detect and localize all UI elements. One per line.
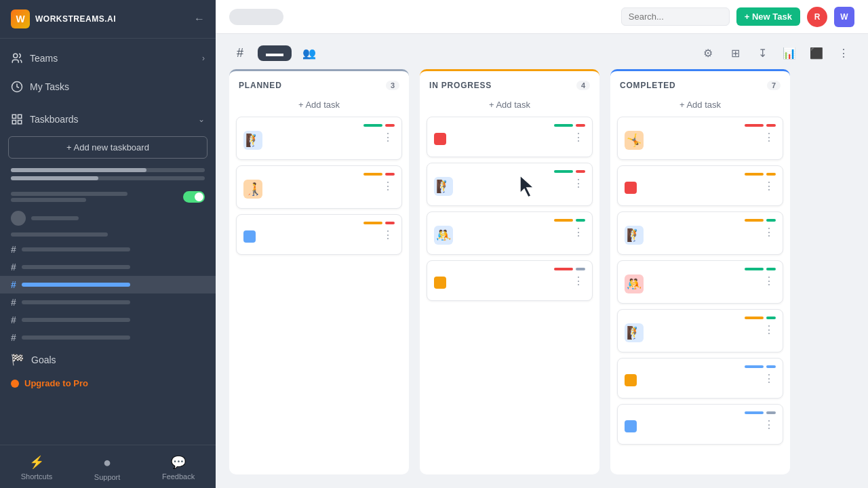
tag-gray: [576, 268, 585, 270]
toggle-switch[interactable]: [183, 191, 205, 203]
card-menu-button[interactable]: ⋮: [381, 228, 395, 241]
card-tags: [434, 268, 585, 270]
my-tasks-label: My Tasks: [30, 81, 69, 92]
svg-rect-4: [18, 121, 22, 124]
tag-red: [576, 170, 585, 173]
search-input[interactable]: [621, 7, 730, 26]
card-menu-button[interactable]: ⋮: [762, 372, 776, 385]
shortcuts-nav-item[interactable]: ⚡ Shortcuts: [16, 452, 58, 484]
card-menu-button[interactable]: ⋮: [381, 131, 395, 144]
app-avatar-square[interactable]: W: [834, 7, 854, 27]
table-row[interactable]: 🧗 ⋮: [617, 211, 783, 255]
table-row[interactable]: 🧗 ⋮: [236, 117, 402, 160]
support-nav-item[interactable]: ● Support: [89, 452, 126, 484]
settings-button[interactable]: ⚙: [697, 42, 719, 64]
new-task-button[interactable]: + New Task: [736, 7, 800, 26]
table-row[interactable]: 🧑‍🦯 ⋮: [236, 165, 402, 209]
feedback-nav-item[interactable]: 💬 Feedback: [157, 452, 200, 484]
column-title-planned: PLANNED: [239, 81, 282, 90]
card-avatar: 🧗: [625, 226, 644, 245]
card-left: 🧗: [625, 323, 649, 342]
logo[interactable]: W WORKSTREAMS.AI: [11, 9, 116, 28]
sidebar-item-teams[interactable]: Teams ›: [0, 44, 216, 73]
table-row[interactable]: 🤼 ⋮: [617, 260, 783, 304]
goals-label: Goals: [31, 354, 56, 365]
card-menu-button[interactable]: ⋮: [762, 180, 776, 192]
card-avatar: [434, 133, 446, 145]
table-row[interactable]: 🤼 ⋮: [427, 211, 593, 255]
card-avatar: [625, 374, 637, 386]
card-top: 🤼 ⋮: [625, 274, 776, 293]
support-label: Support: [94, 473, 121, 481]
chart-button[interactable]: 📊: [778, 42, 800, 64]
table-row[interactable]: ⋮: [427, 260, 593, 301]
card-left: [625, 180, 642, 196]
card-menu-button[interactable]: ⋮: [762, 226, 776, 239]
table-row[interactable]: ⋮: [617, 165, 783, 206]
channel-item-3[interactable]: #: [0, 293, 216, 311]
card-menu-button[interactable]: ⋮: [572, 177, 585, 190]
column-title-in-progress: IN PROGRESS: [429, 81, 492, 90]
card-menu-button[interactable]: ⋮: [381, 180, 395, 192]
teams-label: Teams: [30, 53, 58, 64]
tag-red: [385, 124, 395, 127]
add-taskboard-button[interactable]: + Add new taskboard: [8, 136, 208, 159]
columns-view-button[interactable]: ⊞: [724, 42, 746, 64]
tag-green2: [766, 268, 776, 270]
card-menu-button[interactable]: ⋮: [762, 131, 776, 144]
add-task-completed[interactable]: + Add task: [610, 96, 790, 117]
people-filter-button[interactable]: 👥: [298, 42, 320, 64]
toggle-row: [0, 187, 216, 207]
more-options-button[interactable]: ⋮: [833, 42, 854, 64]
table-row[interactable]: 🤸 ⋮: [617, 117, 783, 160]
board-name-pill[interactable]: ▬▬: [258, 45, 292, 61]
add-task-in-progress[interactable]: + Add task: [420, 96, 599, 117]
upgrade-to-pro-button[interactable]: Upgrade to Pro: [0, 373, 216, 394]
columns-icon: ⊞: [731, 47, 740, 60]
progress-fill-2: [11, 176, 98, 180]
import-button[interactable]: ↧: [751, 42, 773, 64]
add-task-planned[interactable]: + Add task: [229, 96, 409, 117]
sidebar-item-goals[interactable]: 🏁 Goals: [0, 346, 216, 373]
card-left: [625, 372, 642, 388]
card-menu-button[interactable]: ⋮: [572, 131, 585, 144]
table-row[interactable]: 🧗 ⋮: [617, 309, 783, 352]
card-top: ⋮: [434, 274, 585, 291]
card-menu-button[interactable]: ⋮: [762, 323, 776, 336]
user-bar: [31, 216, 79, 220]
toggle-bar-1: [11, 192, 127, 196]
taskboards-header[interactable]: Taskboards ⌄: [0, 106, 216, 132]
channel-bar-4: [22, 318, 130, 322]
channel-item-2[interactable]: #: [0, 258, 216, 276]
channel-item-active[interactable]: #: [0, 276, 216, 293]
tag-red: [745, 124, 764, 127]
table-row[interactable]: 🧗 ⋮: [427, 163, 593, 206]
table-row[interactable]: ⋮: [236, 214, 402, 255]
channel-item-4[interactable]: #: [0, 311, 216, 329]
table-row[interactable]: ⋮: [427, 117, 593, 157]
card-tags: [625, 173, 776, 176]
user-avatar-circle[interactable]: R: [807, 7, 827, 27]
tag-green: [576, 219, 585, 222]
card-menu-button[interactable]: ⋮: [572, 274, 585, 287]
card-tags: [625, 317, 776, 319]
upgrade-dot: [11, 380, 19, 388]
table-row[interactable]: ⋮: [617, 358, 783, 399]
card-menu-button[interactable]: ⋮: [762, 274, 776, 287]
card-left: 🤸: [625, 131, 649, 150]
card-menu-button[interactable]: ⋮: [762, 418, 776, 431]
shortcuts-label: Shortcuts: [21, 472, 52, 481]
export-icon: ⬛: [810, 47, 823, 60]
table-row[interactable]: ⋮: [617, 404, 783, 445]
grid-view-button[interactable]: #: [229, 42, 251, 64]
export-button[interactable]: ⬛: [806, 42, 827, 64]
channel-item-1[interactable]: #: [0, 241, 216, 258]
tag-red: [576, 124, 585, 127]
channel-item-5[interactable]: #: [0, 329, 216, 346]
card-menu-button[interactable]: ⋮: [572, 226, 585, 239]
card-left: 🧗: [243, 131, 268, 150]
sidebar-item-my-tasks[interactable]: My Tasks: [0, 73, 216, 101]
back-arrow-icon[interactable]: ←: [194, 13, 205, 25]
card-top: 🤸 ⋮: [625, 131, 776, 150]
progress-group-1: [0, 163, 216, 187]
